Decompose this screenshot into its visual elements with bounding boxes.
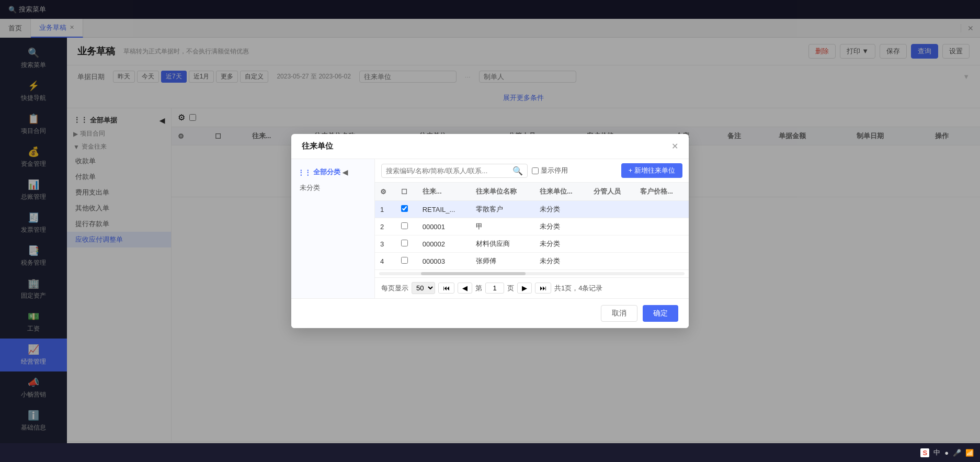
taskbar: S 中 ● 🎤 📶 <box>0 443 980 462</box>
row3-cat: 未分类 <box>534 235 588 253</box>
table-row[interactable]: 3 000002 材料供应商 未分类 <box>375 235 689 253</box>
dcol-price: 客户价格... <box>635 183 689 201</box>
row3-name: 材料供应商 <box>471 235 534 253</box>
dialog-left-panel: ⋮⋮ 全部分类 ◀ 未分类 <box>291 159 375 298</box>
row1-manager <box>588 201 635 218</box>
dialog-left-item-uncategorized[interactable]: 未分类 <box>291 180 374 196</box>
dialog-title: 往来单位 <box>302 141 333 151</box>
dcol-manager: 分管人员 <box>588 183 635 201</box>
show-disabled-checkbox[interactable] <box>532 167 539 174</box>
row4-cat: 未分类 <box>534 253 588 270</box>
dialog-right-panel: 🔍 显示停用 + 新增往来单位 ⚙ ☐ <box>375 159 689 298</box>
prev-page-btn[interactable]: ◀ <box>458 283 472 294</box>
row1-id: 1 <box>375 201 396 218</box>
dialog-left-header: ⋮⋮ 全部分类 ◀ <box>291 164 374 180</box>
per-page-label: 每页显示 <box>381 284 408 293</box>
dialog-pagination: 每页显示 50 ⏮ ◀ 第 页 ▶ ⏭ 共1页，4条记录 <box>375 277 689 298</box>
row1-cat: 未分类 <box>534 201 588 218</box>
dialog-footer: 取消 确定 <box>291 298 689 328</box>
dcol-settings[interactable]: ⚙ <box>375 183 396 201</box>
table-row[interactable]: 2 000001 甲 未分类 <box>375 218 689 235</box>
taskbar-network[interactable]: 📶 <box>965 449 974 457</box>
dialog-toolbar: 🔍 显示停用 + 新增往来单位 <box>375 159 689 183</box>
dialog-search-wrap: 🔍 <box>381 164 528 178</box>
row1-price <box>635 201 689 218</box>
uncategorized-label: 未分类 <box>300 184 320 191</box>
dcol-code: 往来... <box>417 183 471 201</box>
first-page-btn[interactable]: ⏮ <box>438 283 454 294</box>
dialog-overlay: 往来单位 ✕ ⋮⋮ 全部分类 ◀ 未分类 <box>0 0 980 462</box>
row1-check[interactable] <box>396 201 417 218</box>
dialog-search-input[interactable] <box>386 167 512 175</box>
row2-name: 甲 <box>471 218 534 235</box>
taskbar-dot: ● <box>944 449 949 457</box>
dcol-name: 往来单位名称 <box>471 183 534 201</box>
dialog-counterpart: 往来单位 ✕ ⋮⋮ 全部分类 ◀ 未分类 <box>291 134 689 328</box>
row2-price <box>635 218 689 235</box>
page-suffix-label: 页 <box>507 284 514 293</box>
dialog-close-btn[interactable]: ✕ <box>671 141 678 151</box>
row3-id: 3 <box>375 235 396 253</box>
next-page-btn[interactable]: ▶ <box>517 283 532 294</box>
row4-name: 张师傅 <box>471 253 534 270</box>
row4-check[interactable] <box>396 253 417 270</box>
current-page-input[interactable] <box>485 283 504 294</box>
total-info: 共1页，4条记录 <box>554 284 602 293</box>
row4-price <box>635 253 689 270</box>
taskbar-lang[interactable]: 中 <box>933 448 940 457</box>
row2-cat: 未分类 <box>534 218 588 235</box>
row4-id: 4 <box>375 253 396 270</box>
row3-price <box>635 235 689 253</box>
per-page-select[interactable]: 50 <box>412 282 435 294</box>
row1-code: RETAIL_... <box>417 201 471 218</box>
scrollbar-thumb[interactable] <box>421 272 526 275</box>
page-prefix-label: 第 <box>475 284 482 293</box>
row3-manager <box>588 235 635 253</box>
row2-manager <box>588 218 635 235</box>
dialog-table-wrap: ⚙ ☐ 往来... 往来单位名称 往来单位... 分管人员 客户价格... <box>375 183 689 270</box>
taskbar-s: S <box>920 448 929 457</box>
dialog-left-collapse-btn[interactable]: ◀ <box>343 168 348 176</box>
table-row[interactable]: 1 RETAIL_... 零散客户 未分类 <box>375 201 689 218</box>
all-category-label: 全部分类 <box>313 167 340 177</box>
show-disabled-text: 显示停用 <box>541 166 568 175</box>
row2-id: 2 <box>375 218 396 235</box>
confirm-button[interactable]: 确定 <box>643 305 678 322</box>
row4-code: 000003 <box>417 253 471 270</box>
row2-code: 000001 <box>417 218 471 235</box>
last-page-btn[interactable]: ⏭ <box>535 283 551 294</box>
dialog-search-icon[interactable]: 🔍 <box>512 166 523 176</box>
add-counterpart-btn[interactable]: + 新增往来单位 <box>621 163 682 178</box>
row3-check[interactable] <box>396 235 417 253</box>
row3-code: 000002 <box>417 235 471 253</box>
row4-manager <box>588 253 635 270</box>
row1-name: 零散客户 <box>471 201 534 218</box>
cancel-button[interactable]: 取消 <box>601 305 637 322</box>
dialog-table: ⚙ ☐ 往来... 往来单位名称 往来单位... 分管人员 客户价格... <box>375 183 689 270</box>
table-row[interactable]: 4 000003 张师傅 未分类 <box>375 253 689 270</box>
grid-icon: ⋮⋮ <box>298 168 311 176</box>
row2-check[interactable] <box>396 218 417 235</box>
taskbar-mic[interactable]: 🎤 <box>953 449 961 457</box>
dialog-body: ⋮⋮ 全部分类 ◀ 未分类 🔍 显示 <box>291 159 689 298</box>
dcol-cat: 往来单位... <box>534 183 588 201</box>
horizontal-scrollbar[interactable] <box>379 272 685 275</box>
show-disabled-label[interactable]: 显示停用 <box>532 166 568 175</box>
dialog-header: 往来单位 ✕ <box>291 134 689 159</box>
dcol-check[interactable]: ☐ <box>396 183 417 201</box>
